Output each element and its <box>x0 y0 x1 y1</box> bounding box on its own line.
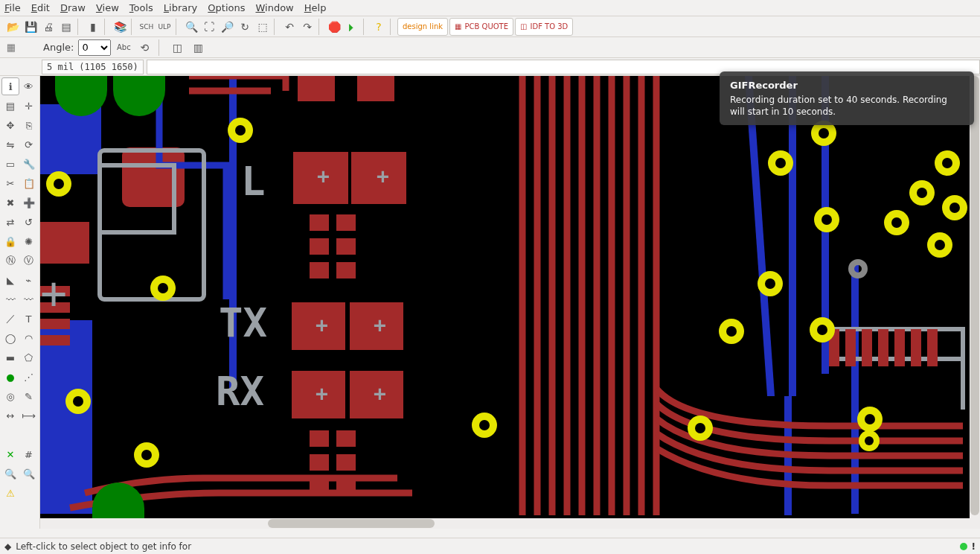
via-tool[interactable]: ● <box>1 368 19 386</box>
miter-icon: ◣ <box>7 275 14 286</box>
vertical-scrollbar[interactable] <box>970 76 980 518</box>
circle-tool[interactable]: ◯ <box>1 329 19 347</box>
name-tool[interactable]: Ⓝ <box>1 252 19 270</box>
sch-button[interactable]: SCH <box>138 19 155 35</box>
split-tool[interactable]: ⌁ <box>20 271 38 289</box>
miter-tool[interactable]: ◣ <box>1 271 19 289</box>
ulp-button[interactable]: ULP <box>156 19 173 35</box>
silk-label-tx: TX <box>219 299 267 346</box>
pad <box>894 329 905 366</box>
paste-icon: 📋 <box>23 178 35 189</box>
change-tool[interactable]: 🔧 <box>20 155 38 173</box>
separator <box>131 19 135 35</box>
pcb-canvas[interactable]: L TX RX + + + + + + + <box>40 76 980 529</box>
paste-tool[interactable]: 📋 <box>20 174 38 192</box>
menu-draw[interactable]: Draw <box>60 2 86 13</box>
pcb-quote-button[interactable]: ▦PCB QUOTE <box>449 18 513 36</box>
polygon-tool[interactable]: ⬠ <box>20 348 38 366</box>
undo-button[interactable]: ↶ <box>281 19 298 35</box>
print-button[interactable]: 🖨 <box>40 19 57 35</box>
menu-library[interactable]: Library <box>164 2 197 13</box>
add-tool[interactable]: ➕ <box>20 194 38 211</box>
signal-tool[interactable]: ⋰ <box>20 368 38 386</box>
display-tool[interactable]: ▤ <box>1 97 19 115</box>
ripup-tool[interactable]: 〰 <box>20 290 38 308</box>
designlink-button[interactable]: design link <box>397 18 448 36</box>
mark-tool[interactable]: ✛ <box>20 97 38 115</box>
ratsnest-tool[interactable]: ✕ <box>1 445 19 463</box>
view-a-button[interactable]: ◫ <box>169 39 185 56</box>
view-a-icon: ◫ <box>173 42 182 54</box>
redo-button[interactable]: ↷ <box>299 19 316 35</box>
via <box>859 430 880 451</box>
route-tool[interactable]: 〰 <box>1 290 19 308</box>
save-button[interactable]: 💾 <box>22 19 39 35</box>
via <box>688 416 713 441</box>
erc-tool[interactable]: 🔍 <box>1 465 19 483</box>
module-button[interactable]: ▮ <box>85 19 101 35</box>
dimension2-tool[interactable]: ⟼ <box>20 407 38 424</box>
library-button[interactable]: 📚 <box>112 19 128 35</box>
value-tool[interactable]: Ⓥ <box>20 252 38 270</box>
zoom-in-icon: 🔍 <box>185 21 198 33</box>
text-icon: T <box>26 313 32 325</box>
menu-tools[interactable]: Tools <box>129 2 153 13</box>
rotate-button[interactable]: ⟲ <box>136 39 153 56</box>
menu-edit[interactable]: Edit <box>31 2 50 13</box>
wire-tool[interactable]: ／ <box>1 310 19 328</box>
move-tool[interactable]: ✥ <box>1 116 19 134</box>
view-b-button[interactable]: ▥ <box>190 39 206 56</box>
horizontal-scrollbar[interactable] <box>40 518 980 529</box>
zoom-fit-button[interactable]: ⛶ <box>201 19 217 35</box>
layers-button[interactable]: ▤ <box>58 19 74 35</box>
text-tool[interactable]: T <box>20 310 38 328</box>
auto-tool[interactable]: # <box>20 445 38 463</box>
angle-select[interactable]: 0 <box>78 39 111 56</box>
pad <box>878 329 888 366</box>
pad <box>862 329 872 366</box>
scrollbar-thumb[interactable] <box>268 519 435 528</box>
replace-tool[interactable]: ↺ <box>20 213 38 231</box>
delete-tool[interactable]: ✖ <box>1 194 19 211</box>
zoom-redraw-button[interactable]: ↻ <box>237 19 253 35</box>
grid-icon[interactable]: ▦ <box>4 42 18 53</box>
go-button[interactable]: ⏵ <box>344 19 360 35</box>
zoom-in-button[interactable]: 🔍 <box>183 19 199 35</box>
dimension-tool[interactable]: ↔ <box>1 407 19 424</box>
zoom-fit-icon: ⛶ <box>204 21 214 33</box>
via <box>758 271 783 296</box>
pinswap-tool[interactable]: ⇄ <box>1 213 19 231</box>
stop-button[interactable]: 🛑 <box>326 19 342 35</box>
copy-tool[interactable]: ⎘ <box>20 116 38 134</box>
rotate-tool[interactable]: ⟳ <box>20 136 38 153</box>
attribute-tool[interactable]: ✎ <box>20 387 38 405</box>
mirror-tool[interactable]: ⇋ <box>1 136 19 153</box>
idf-3d-button[interactable]: ◫IDF TO 3D <box>515 18 573 36</box>
separator <box>176 19 180 35</box>
separator <box>158 39 163 56</box>
show-tool[interactable]: 👁 <box>20 77 38 95</box>
wrench-icon: 🔧 <box>23 159 35 170</box>
info-tool[interactable]: ℹ <box>1 77 19 95</box>
smash-tool[interactable]: ✺ <box>20 232 38 250</box>
zoom-out-button[interactable]: 🔎 <box>219 19 235 35</box>
text-tool-button[interactable]: Abc <box>115 39 132 56</box>
menu-file[interactable]: File <box>4 2 21 13</box>
arc-tool[interactable]: ◠ <box>20 329 38 347</box>
lock-tool[interactable]: 🔒 <box>1 232 19 250</box>
workarea: ℹ 👁 ▤ ✛ ✥ ⎘ ⇋ ⟳ ▭ 🔧 ✂ 📋 ✖ ➕ ⇄ ↺ 🔒 ✺ Ⓝ Ⓥ … <box>0 76 980 529</box>
open-button[interactable]: 📂 <box>4 19 21 35</box>
menu-view[interactable]: View <box>96 2 119 13</box>
drc-tool[interactable]: 🔍 <box>20 465 38 483</box>
zoom-select-button[interactable]: ⬚ <box>254 19 271 35</box>
hole-tool[interactable]: ◎ <box>1 387 19 405</box>
menu-help[interactable]: Help <box>304 2 327 13</box>
rect-tool[interactable]: ▬ <box>1 348 19 366</box>
scrollbar-thumb[interactable] <box>970 76 979 515</box>
errors-tool[interactable]: ⚠ <box>1 484 19 502</box>
menu-options[interactable]: Options <box>208 2 245 13</box>
help-button[interactable]: ? <box>371 19 387 35</box>
menu-window[interactable]: Window <box>255 2 293 13</box>
cut-tool[interactable]: ✂ <box>1 174 19 192</box>
group-tool[interactable]: ▭ <box>1 155 19 173</box>
